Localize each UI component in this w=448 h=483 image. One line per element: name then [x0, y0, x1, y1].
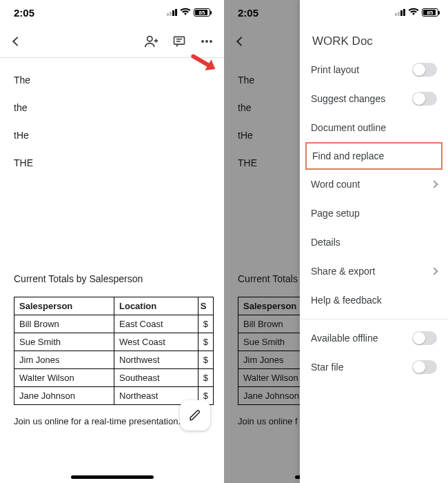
doc-text: The: [14, 75, 210, 86]
panel-title: WORK Doc: [300, 25, 448, 55]
svg-rect-3: [174, 37, 185, 44]
add-person-icon[interactable]: [144, 34, 159, 49]
menu-help-feedback[interactable]: Help & feedback: [300, 286, 448, 315]
menu-star-file[interactable]: Star file: [300, 353, 448, 382]
cellular-icon: [395, 9, 405, 16]
menu-print-layout[interactable]: Print layout: [300, 55, 448, 84]
menu-suggest-changes[interactable]: Suggest changes: [300, 84, 448, 113]
status-time: 2:05: [14, 7, 34, 19]
table-row: Bill BrownEast Coast$: [14, 315, 214, 333]
toggle-print-layout[interactable]: [412, 63, 437, 77]
home-indicator: [71, 475, 154, 479]
status-bar: 2:05 85: [0, 0, 224, 25]
table-row: Walter WilsonSoutheast$: [14, 369, 214, 387]
col-header: S: [198, 297, 213, 315]
comment-icon[interactable]: [172, 34, 187, 49]
app-bar: [0, 25, 224, 58]
overflow-menu-panel: 85 WORK Doc Print layout Suggest changes…: [300, 0, 448, 483]
edit-fab[interactable]: [180, 400, 210, 431]
menu-available-offline[interactable]: Available offline: [300, 324, 448, 353]
chevron-right-icon: [430, 267, 438, 275]
chevron-right-icon: [430, 180, 438, 188]
pencil-icon: [189, 409, 201, 422]
svg-point-0: [147, 36, 152, 41]
doc-text: THE: [14, 157, 210, 168]
battery-icon: 85: [194, 8, 210, 17]
table-row: Jim JonesNorthwest$: [14, 351, 214, 369]
menu-page-setup[interactable]: Page setup: [300, 199, 448, 228]
wifi-icon: [408, 7, 419, 18]
back-button[interactable]: [10, 34, 25, 49]
doc-text: the: [14, 102, 210, 113]
menu-share-export[interactable]: Share & export: [300, 257, 448, 286]
wifi-icon: [180, 7, 191, 18]
menu-separator: [300, 319, 448, 319]
menu-find-and-replace[interactable]: Find and replace: [305, 142, 442, 170]
menu-word-count[interactable]: Word count: [300, 170, 448, 199]
document-body[interactable]: The the tHe THE Current Totals by Salesp…: [0, 58, 224, 439]
section-title: Current Totals by Salesperson: [14, 273, 210, 284]
status-bar: 85: [300, 0, 448, 25]
battery-icon: 85: [422, 8, 438, 17]
more-menu-icon[interactable]: [199, 34, 214, 49]
doc-text: tHe: [14, 130, 210, 141]
cellular-icon: [167, 9, 177, 16]
toggle-available-offline[interactable]: [412, 331, 437, 345]
col-header: Salesperson: [14, 297, 114, 315]
table-row: Sue SmithWest Coast$: [14, 333, 214, 351]
menu-document-outline[interactable]: Document outline: [300, 113, 448, 142]
menu-details[interactable]: Details: [300, 228, 448, 257]
toggle-star-file[interactable]: [412, 360, 437, 374]
col-header: Location: [114, 297, 198, 315]
toggle-suggest-changes[interactable]: [412, 92, 437, 106]
table-header-row: Salesperson Location S: [14, 297, 214, 315]
data-table: Salesperson Location S Bill BrownEast Co…: [14, 297, 214, 405]
